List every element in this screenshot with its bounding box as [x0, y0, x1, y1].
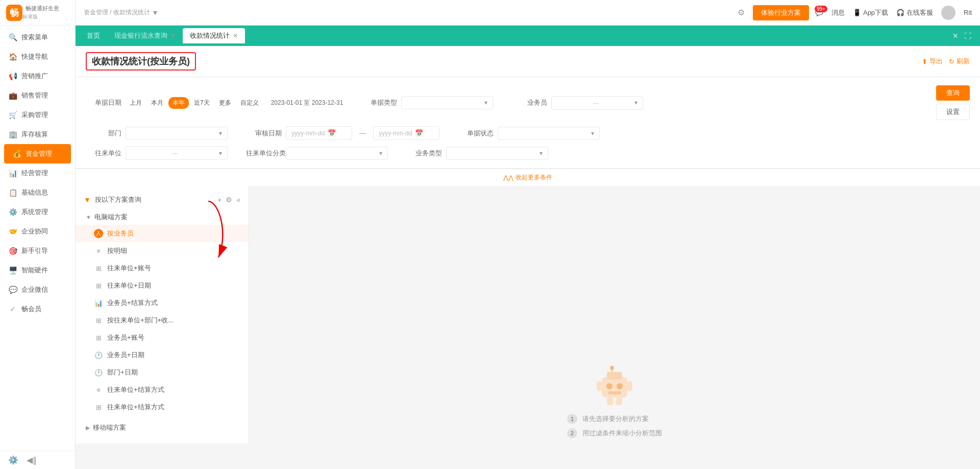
- left-panel-wrapper: ▼ 按以下方案查询 + ⚙ « ▼ 电脑端方案: [76, 186, 249, 469]
- refresh-button[interactable]: ↻ 刷新: [949, 57, 970, 66]
- topbar-gear-icon[interactable]: ⚙: [738, 8, 745, 17]
- page-header-actions: ⬆ 导出 ↻ 刷新: [922, 57, 970, 66]
- tree-item-salesman-account[interactable]: ⊞ 业务员+账号: [76, 329, 249, 346]
- tree-item-by-salesman[interactable]: 人 按业务员: [76, 225, 249, 242]
- page-header: 收款情况统计(按业务员) ⬆ 导出 ↻ 刷新: [76, 46, 980, 77]
- mobile-expand-icon: ▶: [86, 425, 90, 431]
- tree-item-dept-date[interactable]: 🕐 部门+日期: [76, 364, 249, 381]
- customer-dropdown[interactable]: ··· ▾: [126, 146, 228, 160]
- topbar-dropdown-icon[interactable]: ▾: [153, 8, 157, 17]
- member-icon: ✓: [8, 304, 17, 314]
- voucher-status-dropdown[interactable]: ▾: [498, 127, 600, 140]
- panel-gear-icon[interactable]: ⚙: [226, 196, 232, 204]
- svg-point-11: [610, 366, 614, 370]
- collapse-row[interactable]: ⋀⋀ 收起更多条件: [76, 169, 980, 186]
- svg-rect-9: [616, 397, 622, 405]
- nav-basic[interactable]: 📋 基础信息: [0, 183, 75, 202]
- svg-rect-5: [608, 391, 621, 394]
- notification-icon[interactable]: 💬 99+: [815, 9, 823, 16]
- tree-group-mobile: ▶ 移动端方案: [76, 418, 249, 437]
- user-avatar[interactable]: [941, 6, 955, 20]
- tab2-close-icon[interactable]: ✕: [233, 32, 238, 39]
- tree-item-by-detail[interactable]: ≡ 按明细: [76, 242, 249, 260]
- review-date-from[interactable]: yyyy-mm-dd 📅: [286, 126, 352, 140]
- close-window-icon[interactable]: ✕: [951, 32, 960, 40]
- nav-inventory[interactable]: 🏢 库存核算: [0, 125, 75, 144]
- tree-item-customer-date[interactable]: ⊞ 往来单位+日期: [76, 277, 249, 294]
- nav-guide[interactable]: 🎯 新手引导: [0, 241, 75, 261]
- date-tab-custom[interactable]: 自定义: [236, 97, 263, 109]
- svg-point-4: [617, 383, 623, 389]
- svg-rect-7: [627, 381, 632, 391]
- date-tab-more[interactable]: 更多: [215, 97, 235, 109]
- salesman-item-icon: 人: [94, 229, 103, 238]
- settings-button[interactable]: 设置: [936, 104, 970, 120]
- content-area: ▼ 按以下方案查询 + ⚙ « ▼ 电脑端方案: [76, 186, 980, 469]
- nav-purchase[interactable]: 🛒 采购管理: [0, 105, 75, 125]
- tab-receipt-stat[interactable]: 收款情况统计 ✕: [183, 28, 245, 43]
- download-icon: 📱: [853, 9, 861, 16]
- hardware-icon: 🖥️: [8, 266, 17, 275]
- right-content: 1 请先选择要分析的方案 2 用过滤条件来缩小分析范围: [249, 186, 980, 469]
- query-button[interactable]: 查询: [936, 85, 970, 101]
- voucher-type-label: 单据类型: [361, 98, 397, 107]
- salesman-more-icon[interactable]: ···: [593, 99, 599, 107]
- tab1-close-icon[interactable]: ✕: [170, 32, 176, 39]
- customer-classify-dropdown[interactable]: ▾: [286, 147, 388, 160]
- review-date-from-text: yyyy-mm-dd: [291, 130, 325, 137]
- nav-search[interactable]: 🔍 搜索菜单: [0, 28, 75, 47]
- tab-bank-flow[interactable]: 现金银行流水查询 ✕: [107, 28, 183, 43]
- nav-wechat[interactable]: 💬 企业微信: [0, 280, 75, 299]
- tree-item-salesman-settlement[interactable]: 📊 业务员+结算方式: [76, 294, 249, 312]
- business-type-label: 业务类型: [406, 149, 442, 158]
- trial-button[interactable]: 体验行业方案: [753, 5, 809, 20]
- nav-hardware[interactable]: 🖥️ 智能硬件: [0, 261, 75, 280]
- tab-home[interactable]: 首页: [80, 28, 107, 43]
- filter-section: 单据日期 上月 本月 本年 近7天 更多 自定义 2023-01-01 至 20…: [76, 77, 980, 186]
- salesman-account-icon: ⊞: [94, 333, 103, 342]
- nav-operation[interactable]: 📊 经营管理: [0, 163, 75, 183]
- tree-group-pc-title[interactable]: ▼ 电脑端方案: [76, 209, 249, 225]
- review-date-to[interactable]: yyyy-mm-dd 📅: [373, 126, 439, 140]
- settings-bottom-icon[interactable]: ⚙️: [8, 455, 18, 465]
- filter-salesman: 业务员 ··· ▾: [511, 96, 643, 110]
- topbar-breadcrumb: 资金管理 / 收款情况统计 ▾: [84, 8, 731, 17]
- salesman-dropdown[interactable]: ··· ▾: [551, 96, 643, 110]
- panel-add-icon[interactable]: +: [217, 196, 222, 204]
- filter-department: 部门 ▾: [86, 127, 228, 140]
- nav-marketing[interactable]: 📢 营销推广: [0, 66, 75, 86]
- voucher-type-dropdown[interactable]: ▾: [401, 96, 493, 109]
- nav-system[interactable]: ⚙️ 系统管理: [0, 202, 75, 222]
- guide-icon: 🎯: [8, 246, 17, 255]
- nav-member[interactable]: ✓ 畅会员: [0, 299, 75, 319]
- nav-quicknav[interactable]: 🏠 快捷导航: [0, 47, 75, 66]
- tree-item-salesman-date[interactable]: 🕐 业务员+日期: [76, 346, 249, 364]
- panel-expand-icon[interactable]: ▼: [84, 196, 91, 204]
- panel-collapse-icon[interactable]: «: [236, 196, 240, 204]
- nav-sales[interactable]: 💼 销售管理: [0, 86, 75, 105]
- customer-label: 往来单位: [86, 149, 121, 158]
- tree-item-customer-dept[interactable]: ⊞ 按往来单位+部门+收...: [76, 312, 249, 329]
- department-dropdown[interactable]: ▾: [126, 127, 228, 140]
- collapse-sidebar-icon[interactable]: ◀‖: [27, 455, 37, 465]
- step-2-num: 2: [567, 428, 577, 438]
- online-service-link[interactable]: 🎧 在线客服: [896, 8, 933, 17]
- tree-item-customer-account[interactable]: ⊞ 往来单位+账号: [76, 260, 249, 277]
- maximize-window-icon[interactable]: ⛶: [964, 32, 972, 40]
- customer-more-icon[interactable]: ···: [173, 149, 178, 157]
- app-download-link[interactable]: 📱 App下载: [853, 8, 888, 17]
- tree-item-customer-settle2[interactable]: ⊞ 往来单位+结算方式: [76, 398, 249, 416]
- date-tab-last-month[interactable]: 上月: [126, 97, 146, 109]
- date-tab-this-year[interactable]: 本年: [168, 97, 189, 109]
- export-button[interactable]: ⬆ 导出: [922, 57, 943, 66]
- nav-enterprise[interactable]: 🤝 企业协同: [0, 222, 75, 241]
- date-tab-this-month[interactable]: 本月: [147, 97, 167, 109]
- date-tab-7days[interactable]: 近7天: [190, 97, 214, 109]
- business-type-dropdown[interactable]: ▾: [446, 147, 548, 160]
- tree-expand-icon: ▼: [86, 214, 91, 220]
- tree-group-mobile-title[interactable]: ▶ 移动端方案: [76, 420, 249, 435]
- tree-item-customer-settle1[interactable]: ≡ 往来单位+结算方式: [76, 381, 249, 398]
- nav-finance[interactable]: 💰 资金管理: [4, 144, 71, 163]
- collapse-button[interactable]: ⋀⋀ 收起更多条件: [503, 173, 552, 182]
- step-2-text: 用过滤条件来缩小分析范围: [582, 429, 662, 438]
